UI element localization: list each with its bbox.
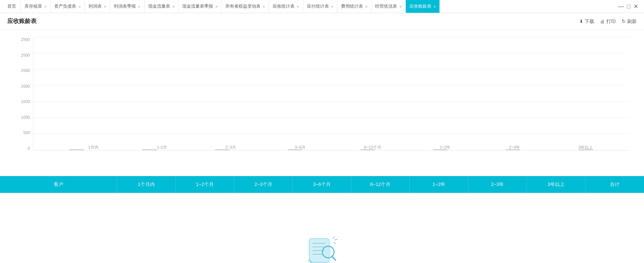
tab-cashflow-quarterly-close[interactable]: × (215, 4, 217, 9)
tab-ap-stats-close[interactable]: × (331, 4, 333, 9)
window-maximize-button[interactable]: □ (627, 3, 630, 10)
tab-ar-stats-close[interactable]: × (297, 4, 299, 9)
main-content: 0 500 1000 1500 2000 2500 2500 2500 (0, 30, 644, 263)
tab-equity-label: 所有者权益变动表 (225, 3, 261, 9)
tab-cashflow-close[interactable]: × (172, 4, 175, 9)
tab-expense-close[interactable]: × (365, 4, 367, 9)
tab-operations-label: 经营状况表 (375, 3, 397, 9)
col-total: 合计 (585, 176, 644, 193)
tab-equity[interactable]: 所有者权益变动表 × (222, 0, 269, 13)
tab-cashflow-quarterly[interactable]: 现金流量表季报 × (179, 0, 221, 13)
tab-profit-quarterly-close[interactable]: × (138, 4, 140, 9)
tab-operations-close[interactable]: × (399, 4, 401, 9)
tab-bar: 首页 库存核算 × 资产负债表 × 利润表 × 利润表季报 × 现金流量表 × … (0, 0, 644, 13)
print-icon: 🖨 (600, 19, 605, 24)
download-icon: ⬇ (579, 19, 583, 24)
col-6-12month: 6~12个月 (351, 176, 410, 193)
x-label-4: 3~6月 (295, 145, 306, 150)
y-label-2500b: 2500 (21, 53, 30, 57)
tab-inventory-close[interactable]: × (44, 4, 46, 9)
window-close-button[interactable]: ✕ (633, 3, 638, 10)
empty-state (0, 193, 644, 263)
y-label-1500: 1500 (21, 99, 30, 104)
page-title: 应收账龄表 (7, 18, 37, 25)
tab-profit-quarterly-label: 利润表季报 (114, 3, 136, 9)
y-label-2500c: 2500 (21, 37, 30, 42)
tab-equity-close[interactable]: × (263, 4, 265, 9)
tab-balance-label: 资产负债表 (54, 3, 76, 9)
x-label-1: 1月内 (88, 145, 98, 150)
x-label-5: 6~12个月 (364, 145, 381, 150)
tab-ar-aging-label: 应收账龄表 (409, 3, 431, 9)
y-label-500: 500 (23, 130, 30, 135)
tab-ar-stats[interactable]: 应收统计表 × (269, 0, 303, 13)
tab-ar-aging-close[interactable]: × (434, 4, 436, 9)
chart-plot: 1月内 1-2月 2~3月 3~6月 6~12个月 1~2年 2~3年 3年以上 (33, 37, 629, 150)
y-axis: 0 500 1000 1500 2000 2500 2500 2500 (15, 37, 33, 150)
tab-profit[interactable]: 利润表 × (85, 0, 110, 13)
y-label-2000: 2000 (21, 84, 30, 88)
bars-container (33, 37, 629, 150)
x-label-6: 1~2年 (440, 145, 451, 150)
tab-cashflow-label: 现金流量表 (148, 3, 170, 9)
tab-profit-label: 利润表 (89, 3, 102, 9)
window-actions: — □ ✕ (618, 3, 641, 10)
tab-home[interactable]: 首页 (3, 0, 21, 13)
svg-point-7 (325, 248, 332, 256)
chart-area: 0 500 1000 1500 2000 2500 2500 2500 (0, 30, 644, 176)
refresh-icon: ↻ (622, 19, 626, 24)
x-label-2: 1-2月 (157, 145, 167, 150)
col-3year-plus: 3年以上 (527, 176, 585, 193)
x-label-7: 2~3年 (509, 145, 520, 150)
download-label: 下载 (585, 18, 594, 25)
scroll-icon-area (302, 215, 342, 263)
tab-ap-stats-label: 应付统计表 (307, 3, 329, 9)
col-2-3month: 2~3个月 (234, 176, 293, 193)
col-1month: 1个月内 (117, 176, 176, 193)
print-button[interactable]: 🖨 打印 (600, 18, 616, 25)
y-label-2500a: 2500 (21, 68, 30, 73)
tab-ar-stats-label: 应收统计表 (273, 3, 295, 9)
tab-balance[interactable]: 资产负债表 × (50, 0, 85, 13)
col-customer: 客户 (0, 176, 117, 193)
tab-inventory[interactable]: 库存核算 × (21, 0, 50, 13)
empty-illustration (302, 229, 342, 263)
tab-inventory-label: 库存核算 (25, 3, 42, 9)
x-axis: 1月内 1-2月 2~3月 3~6月 6~12个月 1~2年 2~3年 3年以上 (52, 145, 629, 150)
tab-cashflow[interactable]: 现金流量表 × (145, 0, 179, 13)
tab-profit-close[interactable]: × (104, 4, 106, 9)
svg-line-11 (334, 242, 336, 244)
x-label-8: 3年以上 (579, 145, 593, 150)
tab-profit-quarterly[interactable]: 利润表季报 × (110, 0, 144, 13)
tab-expense-label: 费用统计表 (341, 3, 363, 9)
tab-balance-close[interactable]: × (78, 4, 80, 9)
col-1-2month: 1~2个月 (176, 176, 234, 193)
svg-line-8 (332, 256, 336, 260)
tab-ar-aging[interactable]: 应收账龄表 × (406, 0, 440, 13)
col-1-2year: 1~2年 (410, 176, 468, 193)
window-minimize-button[interactable]: — (618, 3, 624, 10)
svg-line-9 (333, 237, 335, 239)
tab-expense[interactable]: 费用统计表 × (337, 0, 371, 13)
y-label-0: 0 (28, 146, 30, 150)
tab-ap-stats[interactable]: 应付统计表 × (303, 0, 337, 13)
table-header: 客户 1个月内 1~2个月 2~3个月 3~6个月 6~12个月 1~2年 2~… (0, 176, 644, 193)
print-label: 打印 (606, 18, 616, 25)
chart-container: 0 500 1000 1500 2000 2500 2500 2500 (15, 37, 629, 161)
tab-operations[interactable]: 经营状况表 × (371, 0, 405, 13)
col-2-3year: 2~3年 (468, 176, 527, 193)
x-label-3: 2~3月 (225, 145, 236, 150)
col-3-6month: 3~6个月 (293, 176, 351, 193)
tab-cashflow-quarterly-label: 现金流量表季报 (182, 3, 213, 9)
refresh-button[interactable]: ↻ 刷新 (622, 18, 637, 25)
header-actions: ⬇ 下载 🖨 打印 ↻ 刷新 (579, 18, 637, 25)
refresh-label: 刷新 (627, 18, 637, 25)
tab-home-label: 首页 (7, 3, 16, 9)
y-label-1000: 1000 (21, 115, 30, 119)
download-button[interactable]: ⬇ 下载 (579, 18, 594, 25)
page-header: 应收账龄表 ⬇ 下载 🖨 打印 ↻ 刷新 (0, 13, 644, 30)
